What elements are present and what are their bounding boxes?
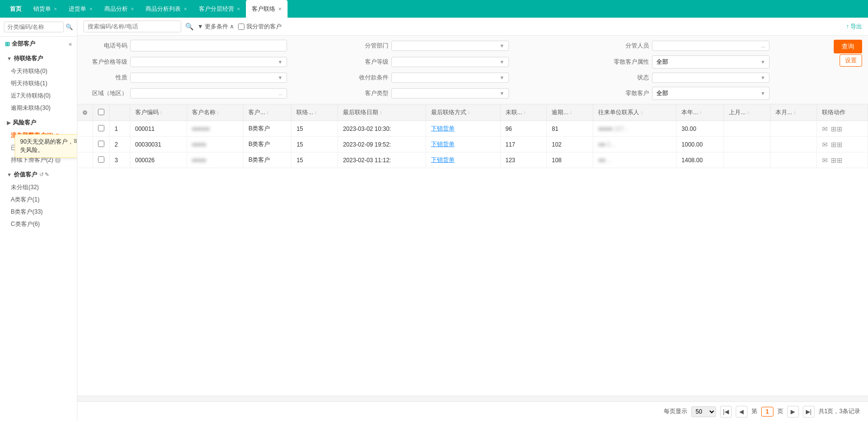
nav-tab-customer-segment[interactable]: 客户分层经营 × <box>193 0 246 18</box>
nature-select[interactable]: ▼ <box>130 73 287 83</box>
region-select[interactable]: ... <box>130 88 287 99</box>
query-button[interactable]: 查询 <box>834 40 862 53</box>
close-sales-tab[interactable]: × <box>54 6 57 12</box>
customer-type-select[interactable]: ▼ <box>391 88 509 99</box>
nav-tab-customer-contact[interactable]: 客户联络 × <box>246 0 287 18</box>
next-page-button[interactable]: ▶ <box>787 406 799 418</box>
first-page-button[interactable]: |◀ <box>720 406 732 418</box>
current-year-column-header[interactable]: 本年... <box>676 104 724 121</box>
close-customer-contact-tab[interactable]: × <box>278 6 281 12</box>
status-arrow-icon: ▼ <box>760 75 765 80</box>
my-customers-filter[interactable]: 我分管的客户 <box>238 23 282 31</box>
sidebar-item-b-class[interactable]: B类客户(33) <box>0 206 77 218</box>
last-page-button[interactable]: ▶| <box>803 406 815 418</box>
close-analysis-list-tab[interactable]: × <box>184 6 187 12</box>
last-month-column-header[interactable]: 上月... <box>724 104 771 121</box>
row1-name: ■■■■■ <box>187 121 243 137</box>
customer-grade-select[interactable]: ▼ <box>391 57 509 67</box>
all-customers-header[interactable]: ⊞ 全部客户 « <box>0 37 77 51</box>
row3-index: 3 <box>110 152 130 168</box>
this-month-column-header[interactable]: 本月... <box>771 104 817 121</box>
row3-message-icon[interactable]: ✉ <box>822 156 828 164</box>
sidebar-item-ungrouped[interactable]: 未分组(32) <box>0 181 77 194</box>
scatter-customer-select[interactable]: 全部 ▼ <box>652 87 770 100</box>
row3-this-month <box>771 152 817 168</box>
horizontal-scrollbar[interactable] <box>77 396 868 401</box>
arrow-down-icon: ▼ <box>7 56 12 61</box>
sidebar-item-a-class[interactable]: A类客户(1) <box>0 194 77 206</box>
row3-more-icon[interactable]: ⊞⊞ <box>831 156 843 164</box>
row2-actions: ✉ ⊞⊞ <box>817 137 868 152</box>
nav-tab-purchase[interactable]: 进货单 × <box>63 0 98 18</box>
code-column-header[interactable]: 客户编码 <box>130 104 187 121</box>
name-column-header[interactable]: 客户名称 <box>187 104 243 121</box>
select-all-checkbox[interactable] <box>98 109 104 115</box>
nav-tab-analysis-list[interactable]: 商品分析列表 × <box>140 0 193 18</box>
scatter-attr-select[interactable]: 全部 ▼ <box>652 55 770 69</box>
row2-checkbox[interactable] <box>98 141 104 147</box>
page-size-select[interactable]: 50 20 100 <box>691 406 716 417</box>
table-row: 3 000026 ■■■■ B类客户 15 2023-02-03 11:12: … <box>77 152 868 168</box>
last-contact-way-column-header[interactable]: 最后联络方式 <box>426 104 500 121</box>
status-select[interactable]: ▼ <box>652 73 770 83</box>
sidebar-search-input[interactable] <box>4 22 64 32</box>
row3-contact-person: ■■ ... <box>593 152 676 168</box>
dept-label: 分管部门 <box>344 42 388 50</box>
sidebar-item-7days[interactable]: 近7天待联络(0) <box>0 90 77 102</box>
close-customer-segment-tab[interactable]: × <box>237 6 240 12</box>
row2-last-contact-way: 下销货单 <box>426 137 500 152</box>
close-purchase-tab[interactable]: × <box>89 6 92 12</box>
checkbox-column-header[interactable] <box>93 104 110 121</box>
not-contacted-column-header[interactable]: 未联... <box>500 104 547 121</box>
filter-unit-status: 状态 ▼ <box>605 73 862 83</box>
row1-more-icon[interactable]: ⊞⊞ <box>831 125 843 133</box>
dept-select[interactable]: ▼ <box>391 41 509 51</box>
last-contact-date-column-header[interactable]: 最后联络日期 <box>338 104 426 121</box>
contact-person-column-header[interactable]: 往来单位联系人 <box>593 104 676 121</box>
row2-more-icon[interactable]: ⊞⊞ <box>831 141 843 149</box>
export-button[interactable]: ↑ 导出 <box>846 23 862 31</box>
nav-tab-home[interactable]: 首页 <box>4 0 27 18</box>
price-grade-select[interactable]: ▼ <box>130 57 287 67</box>
sidebar-item-today[interactable]: 今天待联络(0) <box>0 65 77 77</box>
price-grade-arrow-icon: ▼ <box>278 59 283 65</box>
close-analysis-tab[interactable]: × <box>131 6 134 12</box>
row2-message-icon[interactable]: ✉ <box>822 141 828 149</box>
phone-input[interactable] <box>130 40 287 51</box>
refresh-icon[interactable]: ↺ <box>39 172 44 178</box>
group-value-header[interactable]: ▼ 价值客户 ↺ ✎ <box>0 168 77 181</box>
group-pending-header[interactable]: ▼ 待联络客户 <box>0 52 77 65</box>
search-input[interactable] <box>83 21 181 32</box>
more-conditions-button[interactable]: ▼ 更多条件 ∧ <box>197 23 234 31</box>
filter-unit-scatter-attr: 零散客户属性 全部 ▼ <box>605 55 862 69</box>
overdue-column-header[interactable]: 逾期... <box>547 104 593 121</box>
search-button[interactable]: 🔍 <box>185 23 193 30</box>
filter-row-4: 区域（地区） ... 客户类型 ▼ 零散客户 全部 <box>83 87 862 100</box>
row2-checkbox-cell <box>93 137 110 152</box>
nav-tab-sales[interactable]: 销货单 × <box>27 0 63 18</box>
payment-select[interactable]: ▼ <box>391 73 509 83</box>
row1-contact-way-link[interactable]: 下销货单 <box>431 125 455 132</box>
export-icon: ↑ <box>846 23 849 30</box>
type-column-header[interactable]: 客户... <box>243 104 291 121</box>
row1-checkbox[interactable] <box>98 125 104 131</box>
manager-select[interactable]: ... <box>652 41 770 51</box>
edit-icon[interactable]: ✎ <box>45 172 49 178</box>
prev-page-button[interactable]: ◀ <box>736 406 747 418</box>
row1-message-icon[interactable]: ✉ <box>822 125 828 133</box>
manager-arrow-icon: ... <box>761 43 765 49</box>
settings-button[interactable]: 设置 <box>840 54 862 67</box>
sidebar-item-tomorrow[interactable]: 明天待联络(1) <box>0 77 77 90</box>
row3-checkbox[interactable] <box>98 156 104 163</box>
row3-contact-way-link[interactable]: 下销货单 <box>431 156 455 163</box>
my-customers-checkbox[interactable] <box>238 24 244 30</box>
row3-actions: ✉ ⊞⊞ <box>817 152 868 168</box>
group-risk-header[interactable]: ▶ 风险客户 <box>0 116 77 129</box>
sidebar-item-c-class[interactable]: C类客户(6) <box>0 218 77 230</box>
contact-column-header[interactable]: 联络... <box>291 104 338 121</box>
row2-contact-way-link[interactable]: 下销货单 <box>431 141 455 148</box>
nav-tab-analysis[interactable]: 商品分析 × <box>98 0 140 18</box>
window-close-button[interactable]: ✕ <box>857 206 863 215</box>
settings-column-header[interactable]: ⚙ <box>77 104 93 121</box>
sidebar-item-overdue[interactable]: 逾期未联络(30) <box>0 102 77 114</box>
